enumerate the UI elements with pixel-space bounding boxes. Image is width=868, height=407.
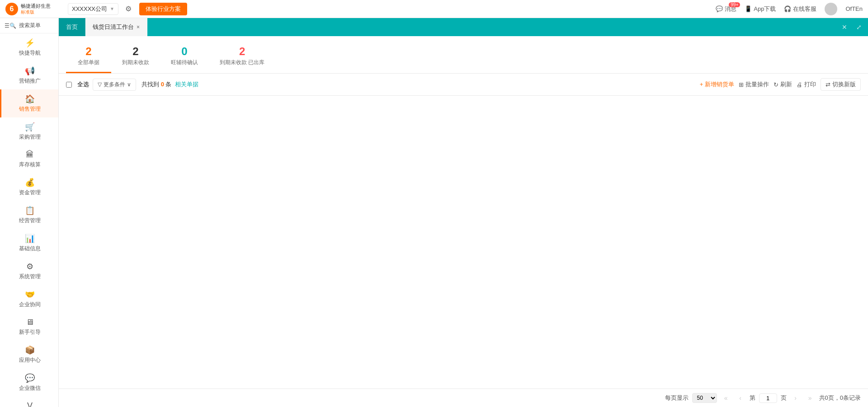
stat-count-all: 2 <box>85 45 91 58</box>
system-icon: ⚙ <box>26 262 33 271</box>
avatar[interactable] <box>825 3 837 15</box>
toolbar-right: + 新增销货单 ⊞ 批量操作 ↻ 刷新 🖨 打印 ⇄ <box>700 78 861 91</box>
select-all-label: 全选 <box>77 80 89 89</box>
cart-icon: 🛒 <box>25 122 35 132</box>
batch-icon: ⊞ <box>739 81 744 88</box>
print-icon: 🖨 <box>797 81 802 88</box>
sidebar-item-operation[interactable]: 📋 经营管理 <box>0 201 58 229</box>
company-selector[interactable]: XXXXXX公司 ▼ <box>68 3 118 15</box>
sidebar-item-system[interactable]: ⚙ 系统管理 <box>0 257 58 285</box>
select-all-checkbox[interactable] <box>66 82 72 88</box>
app-icon: 📦 <box>25 345 35 355</box>
app-download-button[interactable]: 📱 App下载 <box>745 5 776 13</box>
next-page-button[interactable]: › <box>790 393 801 403</box>
logo-icon: 6 <box>5 3 18 15</box>
phone-icon: 📱 <box>745 5 752 12</box>
stats-tabs: 2 全部单据 2 到期未收款 0 旺辅待确认 2 到期未收款 已出库 <box>59 36 868 74</box>
try-industry-button[interactable]: 体验行业方案 <box>139 3 187 15</box>
logo-area: 6 畅捷通好生意 标准版 <box>5 3 64 15</box>
switch-version-button[interactable]: ⇄ 切换新版 <box>821 78 861 91</box>
switch-icon: ⇄ <box>826 81 830 88</box>
first-page-button[interactable]: « <box>721 393 731 403</box>
stat-label-unshipped: 到期未收款 已出库 <box>220 59 264 66</box>
sidebar-item-sales[interactable]: 🏠 销售管理 <box>0 89 58 117</box>
refresh-icon: ↻ <box>774 81 778 88</box>
page-label: 第 <box>750 394 755 402</box>
table-area <box>59 96 868 388</box>
settings-button[interactable]: ⚙ <box>122 3 135 15</box>
last-page-button[interactable]: » <box>805 393 816 403</box>
stat-tab-overdue[interactable]: 2 到期未收款 <box>111 42 160 73</box>
filter-button[interactable]: ▽ 更多条件 ∨ <box>93 79 136 91</box>
megaphone-icon: 📢 <box>25 66 35 76</box>
header-right: 💬 消息 99+ 📱 App下载 🎧 在线客服 OfTEn <box>716 3 863 15</box>
sidebar-item-enterprise[interactable]: 🤝 企业协同 <box>0 285 58 313</box>
page-size-label: 每页显示 <box>665 394 689 402</box>
guide-icon: 🖥 <box>26 318 34 327</box>
sidebar-item-basic-info[interactable]: 📊 基础信息 <box>0 229 58 257</box>
tab-home[interactable]: 首页 <box>59 18 85 36</box>
tab-cash-flow[interactable]: 钱货日清工作台 × <box>85 18 147 36</box>
stat-label-wangwang: 旺辅待确认 <box>171 59 198 66</box>
sidebar-item-purchase[interactable]: 🛒 采购管理 <box>0 117 58 145</box>
handshake-icon: 🤝 <box>25 290 35 299</box>
stat-label-all: 全部单据 <box>78 59 99 66</box>
headset-icon: 🎧 <box>784 5 791 12</box>
member-icon: V <box>27 401 33 407</box>
batch-operation-button[interactable]: ⊞ 批量操作 <box>739 80 769 89</box>
top-header: 6 畅捷通好生意 标准版 XXXXXX公司 ▼ ⚙ 体验行业方案 💬 消息 99… <box>0 0 868 18</box>
stat-count-wangwang: 0 <box>181 45 187 58</box>
search-menu-item[interactable]: ☰🔍 搜索菜单 <box>0 18 58 33</box>
total-records-label: 共0页，0条记录 <box>819 394 861 402</box>
search-icon: ☰🔍 <box>5 23 16 29</box>
table-icon: 📊 <box>25 234 35 243</box>
wechat-icon: 💬 <box>25 373 35 383</box>
pagination: 每页显示 50 10 20 100 « ‹ 第 1 页 › » 共0页，0条记录 <box>59 388 868 407</box>
message-badge: 99+ <box>729 2 740 7</box>
tab-bar-actions: ✕ ⤢ <box>835 18 868 36</box>
page-size-select[interactable]: 50 10 20 100 <box>692 393 717 403</box>
logo-text: 畅捷通好生意 标准版 <box>21 3 51 15</box>
prev-page-button[interactable]: ‹ <box>735 393 746 403</box>
sidebar-item-inventory[interactable]: 🏛 库存核算 <box>0 145 58 173</box>
sidebar-item-wechat[interactable]: 💬 企业微信 <box>0 369 58 397</box>
toolbar: 全选 ▽ 更多条件 ∨ 共找到 0 条 相关单据 + 新增销货单 ⊞ 批量 <box>59 74 868 96</box>
found-text: 共找到 0 条 <box>142 80 171 89</box>
sidebar-item-app-center[interactable]: 📦 应用中心 <box>0 341 58 369</box>
online-service-button[interactable]: 🎧 在线客服 <box>784 5 816 13</box>
main-layout: ☰🔍 搜索菜单 ⚡ 快捷导航 📢 营销推广 🏠 销售管理 🛒 采购管理 🏛 库存… <box>0 18 868 407</box>
tab-close-button[interactable]: ✕ <box>839 22 850 33</box>
content-area: 首页 钱货日清工作台 × ✕ ⤢ 2 全部单据 2 到期未收款 <box>59 18 868 407</box>
message-icon: 💬 <box>716 5 723 12</box>
stat-tab-unshipped[interactable]: 2 到期未收款 已出库 <box>209 42 275 73</box>
company-name: XXXXXX公司 <box>72 5 107 13</box>
stat-count-unshipped: 2 <box>239 45 245 58</box>
found-count: 0 <box>161 81 164 88</box>
page-content: 2 全部单据 2 到期未收款 0 旺辅待确认 2 到期未收款 已出库 <box>59 36 868 407</box>
sidebar-item-quick-nav[interactable]: ⚡ 快捷导航 <box>0 33 58 61</box>
print-button[interactable]: 🖨 打印 <box>797 80 816 89</box>
user-name: OfTEn <box>845 5 863 12</box>
stat-tab-wangwang[interactable]: 0 旺辅待确认 <box>160 42 209 73</box>
clipboard-icon: 📋 <box>25 206 35 215</box>
filter-icon: ▽ <box>98 81 102 88</box>
sidebar-item-marketing[interactable]: 📢 营销推广 <box>0 61 58 89</box>
lightning-icon: ⚡ <box>25 38 35 48</box>
sidebar-item-finance[interactable]: 💰 资金管理 <box>0 173 58 201</box>
sales-icon: 🏠 <box>25 94 35 104</box>
sidebar-item-member[interactable]: V 畅会员 <box>0 397 58 407</box>
chevron-filter-icon: ∨ <box>127 81 131 88</box>
page-input[interactable]: 1 <box>759 393 777 403</box>
stat-tab-all[interactable]: 2 全部单据 <box>66 42 111 73</box>
related-orders-button[interactable]: 相关单据 <box>175 80 198 89</box>
money-icon: 💰 <box>25 178 35 187</box>
sidebar-item-guide[interactable]: 🖥 新手引导 <box>0 313 58 341</box>
refresh-button[interactable]: ↻ 刷新 <box>774 80 792 89</box>
message-button[interactable]: 💬 消息 99+ <box>716 5 736 13</box>
tab-maximize-button[interactable]: ⤢ <box>854 22 864 33</box>
tab-bar: 首页 钱货日清工作台 × ✕ ⤢ <box>59 18 868 36</box>
add-sales-order-button[interactable]: + 新增销货单 <box>700 80 734 89</box>
tab-close-icon[interactable]: × <box>137 24 140 30</box>
page-suffix: 页 <box>781 394 787 402</box>
sidebar: ☰🔍 搜索菜单 ⚡ 快捷导航 📢 营销推广 🏠 销售管理 🛒 采购管理 🏛 库存… <box>0 18 59 407</box>
